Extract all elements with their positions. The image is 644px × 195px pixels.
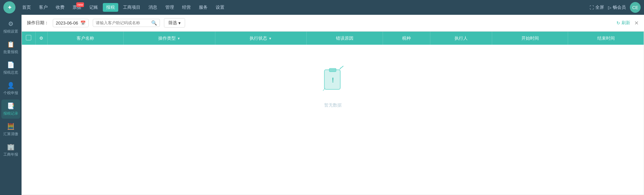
content-area: 操作日期： 2023-06-06 📅 🔍 筛选 ▾ ↻ 刷新 ✕ [22, 15, 644, 195]
col-start-time: 开始时间 [492, 32, 568, 45]
sidebar: ⚙报税设置📋批量报税📄报税总览👤个税申报📑报税记录🧮汇算清缴🏢工商年报 [0, 15, 22, 195]
col-name: 客户名称 [47, 32, 124, 45]
sidebar-icon: ⚙ [8, 20, 13, 28]
member-btn[interactable]: ▷ 畅会员 [608, 4, 626, 10]
sidebar-item-报税记录[interactable]: 📑报税记录 [1, 100, 20, 119]
col-executor: 执行人 [430, 32, 492, 45]
nav-item-工商项目[interactable]: 工商项目 [120, 3, 144, 12]
sidebar-item-报税设置[interactable]: ⚙报税设置 [1, 17, 20, 37]
avatar[interactable]: CE [630, 2, 641, 13]
empty-text: 暂无数据 [324, 102, 342, 108]
nav-item-首页[interactable]: 首页 [19, 3, 34, 12]
sidebar-icon: 🏢 [7, 143, 14, 151]
sidebar-item-个税申报[interactable]: 👤个税申报 [1, 79, 20, 98]
col-error-reason: 错误原因 [306, 32, 383, 45]
svg-text:!: ! [332, 76, 334, 84]
sidebar-icon: 📄 [7, 61, 14, 69]
svg-line-7 [323, 88, 325, 90]
nav-item-报税[interactable]: 报税 [103, 3, 118, 12]
sidebar-icon: 📑 [7, 102, 14, 110]
svg-rect-2 [329, 68, 336, 72]
sidebar-icon: 📋 [7, 41, 14, 48]
nav-item-消息[interactable]: 消息 [145, 3, 161, 12]
member-icon: ▷ [608, 5, 611, 10]
nav-item-票据[interactable]: 票据new [69, 3, 85, 12]
close-button[interactable]: ✕ [634, 20, 639, 26]
date-label: 操作日期： [27, 20, 49, 26]
col-exec-status[interactable]: 执行状态▼ [215, 32, 306, 45]
empty-state: ! 暂无数据 [22, 45, 644, 128]
nav-item-记账[interactable]: 记账 [86, 3, 101, 12]
sidebar-item-工商年报[interactable]: 🏢工商年报 [1, 141, 20, 160]
nav-item-经营[interactable]: 经营 [179, 3, 194, 12]
logo[interactable]: ✦ [3, 1, 15, 13]
col-settings[interactable]: ⚙ [35, 32, 47, 45]
data-table: ⚙ 客户名称 操作类型▼ 执行状态▼ 错误原因 税种 执行人 开始时间 结束时间 [22, 32, 644, 45]
col-op-type[interactable]: 操作类型▼ [124, 32, 215, 45]
sidebar-item-批量报税[interactable]: 📋批量报税 [1, 38, 20, 57]
table-container: ⚙ 客户名称 操作类型▼ 执行状态▼ 错误原因 税种 执行人 开始时间 结束时间 [22, 31, 644, 195]
nav-item-管理[interactable]: 管理 [162, 3, 177, 12]
nav-item-服务[interactable]: 服务 [196, 3, 211, 12]
search-icon[interactable]: 🔍 [151, 20, 157, 26]
col-end-time: 结束时间 [568, 32, 644, 45]
sidebar-item-报税总览[interactable]: 📄报税总览 [1, 58, 20, 78]
chevron-down-icon: ▾ [178, 21, 181, 26]
calendar-icon: 📅 [80, 21, 86, 26]
nav-items: 首页客户收费票据new记账报税工商项目消息管理经营服务设置 [19, 3, 590, 12]
col-checkbox[interactable] [22, 32, 35, 45]
refresh-button[interactable]: ↻ 刷新 [616, 20, 630, 26]
top-nav: ✦ 首页客户收费票据new记账报税工商项目消息管理经营服务设置 ⛶ 全屏 ▷ 畅… [0, 0, 644, 15]
col-tax-type: 税种 [383, 32, 430, 45]
sidebar-icon: 👤 [7, 82, 14, 89]
fullscreen-icon: ⛶ [590, 5, 594, 10]
filter-button[interactable]: 筛选 ▾ [164, 18, 185, 28]
refresh-icon: ↻ [616, 21, 620, 26]
table-header-row: ⚙ 客户名称 操作类型▼ 执行状态▼ 错误原因 税种 执行人 开始时间 结束时间 [22, 32, 644, 45]
new-badge: new [76, 2, 84, 7]
top-nav-right: ⛶ 全屏 ▷ 畅会员 CE [590, 2, 641, 13]
search-box: 🔍 [93, 19, 160, 27]
toolbar: 操作日期： 2023-06-06 📅 🔍 筛选 ▾ ↻ 刷新 ✕ [22, 15, 644, 31]
main-layout: ⚙报税设置📋批量报税📄报税总览👤个税申报📑报税记录🧮汇算清缴🏢工商年报 操作日期… [0, 15, 644, 195]
select-all-checkbox[interactable] [26, 35, 31, 40]
sidebar-item-汇算清缴[interactable]: 🧮汇算清缴 [1, 120, 20, 139]
nav-item-设置[interactable]: 设置 [212, 3, 228, 12]
nav-item-收费[interactable]: 收费 [52, 3, 68, 12]
empty-icon: ! [319, 65, 346, 98]
nav-item-客户[interactable]: 客户 [36, 3, 51, 12]
date-input[interactable]: 2023-06-06 📅 [53, 19, 89, 27]
search-input[interactable] [96, 21, 151, 25]
fullscreen-btn[interactable]: ⛶ 全屏 [590, 4, 604, 10]
sidebar-icon: 🧮 [7, 123, 14, 130]
